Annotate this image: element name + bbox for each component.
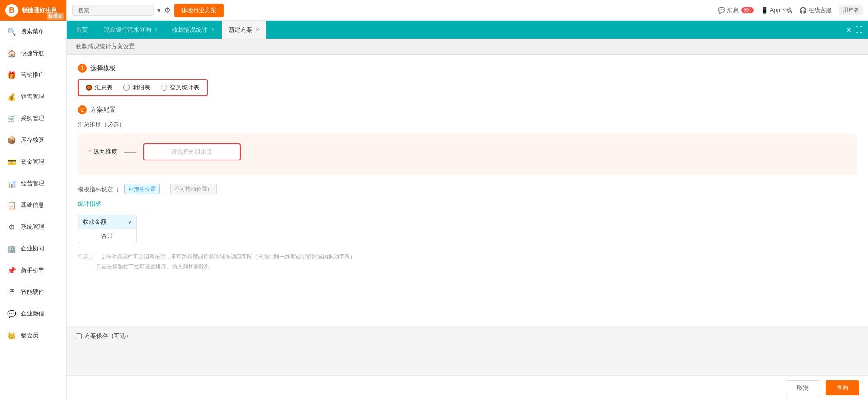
tip-line-1: 提示： 1.拖动标题栏可以调整布局，不可跨维度或指标区域拖动目字段（只能在同一维… — [78, 252, 857, 262]
service-icon: 🎧 — [799, 7, 807, 14]
sidebar-item-inventory[interactable]: 📦 库存核算 — [0, 129, 66, 151]
search-input[interactable] — [72, 5, 154, 16]
sidebar-item-purchase[interactable]: 🛒 采购管理 — [0, 108, 66, 129]
sidebar-item-capital[interactable]: 💳 资金管理 — [0, 151, 66, 173]
sales-icon: 💰 — [7, 92, 16, 101]
radio-cross[interactable]: 交叉统计表 — [161, 84, 199, 92]
sidebar-item-member[interactable]: 👑 畅会员 — [0, 325, 66, 346]
sidebar-item-label: 库存核算 — [21, 136, 44, 144]
sidebar-item-operations[interactable]: 📊 经营管理 — [0, 173, 66, 194]
indicator-header: 模板指标设定（ 可拖动位置 不可拖动位置） — [78, 184, 857, 194]
online-service-item[interactable]: 🎧 在线客服 — [799, 6, 832, 14]
tab-receipt-stats[interactable]: 收款情况统计 × — [165, 21, 222, 39]
notification-item[interactable]: 💬 消息 99+ — [718, 6, 754, 14]
industry-btn[interactable]: 体验行业方案 — [174, 4, 224, 17]
summary-dimension-section: 汇总维度（必选） * 纵向维度 —— 请选择分组维度 — [78, 121, 857, 175]
topbar: ▾ ⚙ 体验行业方案 💬 消息 99+ 📱 App下载 🎧 在线客服 用户名 — [67, 0, 868, 21]
page-content: 收款情况统计方案设置 1 选择模板 汇总表 明细表 — [67, 39, 868, 375]
card-dropdown-arrow-icon[interactable]: ∨ — [128, 219, 132, 225]
newbie-icon: 📌 — [7, 266, 16, 275]
enterprise-icon: 🏢 — [7, 244, 16, 253]
system-icon: ⚙ — [7, 222, 16, 231]
radio-summary[interactable]: 汇总表 — [86, 84, 113, 92]
member-icon: 👑 — [7, 331, 16, 340]
sidebar-item-search-menu[interactable]: 🔍 搜索菜单 — [0, 21, 66, 42]
summary-dimension-title: 汇总维度（必选） — [78, 121, 857, 129]
dimension-select-btn[interactable]: 请选择分组维度 — [143, 143, 241, 160]
tab-home-label: 首页 — [76, 26, 88, 34]
main-area: ▾ ⚙ 体验行业方案 💬 消息 99+ 📱 App下载 🎧 在线客服 用户名 — [67, 0, 868, 400]
operations-icon: 📊 — [7, 179, 16, 188]
template-radio-group: 汇总表 明细表 交叉统计表 — [78, 79, 208, 96]
cancel-button[interactable]: 取消 — [786, 380, 820, 395]
sidebar-item-label: 系统管理 — [21, 223, 44, 231]
sidebar-item-marketing[interactable]: 🎁 营销推广 — [0, 64, 66, 86]
tab-new-plan-label: 新建方案 — [229, 26, 252, 34]
form-area: 1 选择模板 汇总表 明细表 交叉统计表 — [67, 55, 868, 326]
step1-title: 选择模板 — [90, 64, 116, 72]
indicator-card-body: 合计 — [78, 229, 136, 243]
sidebar-item-quick-nav[interactable]: 🏠 快捷导航 — [0, 42, 66, 64]
gear-icon[interactable]: ⚙ — [164, 6, 170, 14]
sidebar-item-label: 资金管理 — [21, 158, 44, 166]
step2-header: 2 方案配置 — [78, 105, 857, 114]
save-checkbox-label[interactable]: 方案保存（可选） — [76, 332, 132, 340]
radio-detail-input[interactable] — [123, 85, 130, 91]
step2-num: 2 — [78, 105, 87, 114]
tab-receipt-stats-close-icon[interactable]: × — [211, 27, 214, 33]
save-section: 方案保存（可选） — [67, 326, 868, 345]
quick-nav-icon: 🏠 — [7, 49, 16, 58]
sidebar-item-sales[interactable]: 💰 销售管理 — [0, 86, 66, 108]
sidebar-item-smart-hw[interactable]: 🖥 智能硬件 — [0, 281, 66, 303]
sidebar-item-label: 企业微信 — [21, 310, 44, 318]
marketing-icon: 🎁 — [7, 71, 16, 80]
radio-cross-input[interactable] — [161, 85, 167, 91]
message-icon: 💬 — [718, 7, 725, 14]
sidebar-item-label: 销售管理 — [21, 93, 44, 101]
required-mark: * — [89, 148, 91, 155]
action-bar: 取消 查询 — [67, 375, 868, 400]
tab-new-plan-close-icon[interactable]: × — [256, 27, 259, 33]
tab-home[interactable]: 首页 — [67, 21, 97, 39]
app-download-item[interactable]: 📱 App下载 — [761, 6, 792, 14]
sidebar-logo: B 畅捷通好生意 标准版 — [0, 0, 66, 21]
sidebar-item-system[interactable]: ⚙ 系统管理 — [0, 216, 66, 238]
radio-cross-label: 交叉统计表 — [170, 84, 199, 92]
radio-summary-label: 汇总表 — [95, 84, 113, 92]
sidebar-item-label: 快捷导航 — [21, 49, 44, 57]
indicator-settings-label: 模板指标设定（ — [78, 185, 119, 193]
sidebar-item-weixin[interactable]: 💬 企业微信 — [0, 303, 66, 325]
radio-summary-input[interactable] — [86, 85, 92, 91]
tab-cashflow-close-icon[interactable]: × — [155, 27, 158, 33]
step1-header: 1 选择模板 — [78, 64, 857, 73]
tab-cashflow[interactable]: 现金银行流水查询 × — [97, 21, 165, 39]
tip-text-1: 1.拖动标题栏可以调整布局，不可跨维度或指标区域拖动目字段（只能在同一维度或指标… — [101, 252, 355, 262]
user-display[interactable]: 用户名 — [839, 5, 863, 15]
app-icon: 📱 — [761, 7, 768, 14]
sidebar-item-basic-info[interactable]: 📋 基础信息 — [0, 194, 66, 216]
not-draggable-tag: 不可拖动位置） — [170, 184, 217, 194]
radio-detail-label: 明细表 — [132, 84, 150, 92]
save-checkbox-text: 方案保存（可选） — [85, 332, 132, 340]
query-button[interactable]: 查询 — [826, 380, 859, 395]
sidebar-item-enterprise[interactable]: 🏢 企业协同 — [0, 238, 66, 259]
sidebar-item-label: 畅会员 — [21, 331, 38, 339]
tips-section: 提示： 1.拖动标题栏可以调整布局，不可跨维度或指标区域拖动目字段（只能在同一维… — [78, 252, 857, 272]
radio-detail[interactable]: 明细表 — [123, 84, 150, 92]
save-checkbox-input[interactable] — [76, 333, 82, 339]
maximize-icon[interactable]: ⛶ — [855, 26, 863, 34]
draggable-tag: 可拖动位置 — [124, 184, 160, 194]
indicator-card-header[interactable]: 收款金额 ∨ — [78, 215, 136, 229]
close-all-icon[interactable]: ✕ — [846, 26, 852, 34]
sidebar: B 畅捷通好生意 标准版 🔍 搜索菜单 🏠 快捷导航 🎁 营销推广 💰 销售管理… — [0, 0, 67, 400]
edition-badge: 标准版 — [47, 13, 64, 20]
sidebar-item-label: 基础信息 — [21, 201, 44, 209]
step2-section: 2 方案配置 汇总维度（必选） * 纵向维度 —— 请选择分组维度 — [78, 105, 857, 272]
sidebar-item-label: 经营管理 — [21, 179, 44, 188]
sidebar-nav: 🔍 搜索菜单 🏠 快捷导航 🎁 营销推广 💰 销售管理 🛒 采购管理 📦 库存核… — [0, 21, 66, 400]
basic-info-icon: 📋 — [7, 201, 16, 210]
sidebar-item-newbie[interactable]: 📌 新手引导 — [0, 259, 66, 281]
topbar-right: 💬 消息 99+ 📱 App下载 🎧 在线客服 用户名 — [718, 5, 863, 15]
tab-new-plan[interactable]: 新建方案 × — [222, 21, 266, 39]
dropdown-arrow-icon[interactable]: ▾ — [157, 7, 160, 14]
